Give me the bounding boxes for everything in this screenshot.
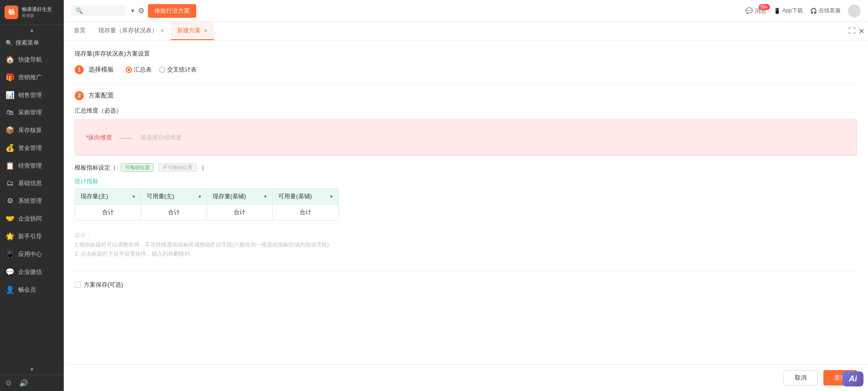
tips-title: 提示：	[75, 232, 857, 239]
sidebar-item-cooperation[interactable]: 🤝 企业协同	[0, 210, 64, 227]
col1-header: 现存量(主)	[81, 192, 108, 201]
sidebar-scroll-down[interactable]: ▼	[0, 365, 64, 375]
sidebar-item-member[interactable]: 👤 畅会员	[0, 281, 64, 298]
radio-dot-summary	[126, 67, 132, 73]
stats-header-cell-2[interactable]: 可用量(主) ▾	[141, 189, 207, 204]
tab-label: 新建方案	[177, 26, 201, 35]
sidebar-item-label: 应用中心	[18, 250, 42, 258]
handshake-icon: 🤝	[5, 214, 15, 223]
sidebar-search[interactable]: 🔍 搜索菜单	[0, 35, 64, 51]
app-download-label: App下载	[782, 7, 803, 15]
gear-nav-icon: ⚙	[5, 196, 15, 205]
col3-header: 现存量(基辅)	[213, 192, 246, 201]
radio-label-summary: 汇总表	[134, 66, 152, 74]
stats-data-cell-4: 合计	[273, 205, 338, 220]
chevron-down-icon-3[interactable]: ▾	[264, 194, 267, 200]
tab-new-plan[interactable]: 新建方案 ✕	[171, 22, 214, 40]
sidebar-item-basic[interactable]: 🗂 基础信息	[0, 175, 64, 192]
sidebar-item-sales[interactable]: 📊 销售管理	[0, 86, 64, 104]
chevron-down-icon-2[interactable]: ▾	[199, 194, 201, 200]
stats-header-cell-3[interactable]: 现存量(基辅) ▾	[207, 189, 273, 204]
sidebar-item-label: 资金管理	[18, 144, 42, 152]
main: 🔍 ▾ ⚙ 体验行业方案 💬 消息 99+ 📱 App下载	[64, 0, 868, 391]
dimension-area[interactable]: *纵向维度 —— 请选择分组维度	[75, 119, 857, 156]
experience-btn[interactable]: 体验行业方案	[148, 4, 196, 18]
page-title: 现存量(库存状况表)方案设置	[75, 50, 857, 58]
radio-cross[interactable]: 交叉统计表	[159, 66, 197, 74]
folder-icon: 🗂	[5, 179, 15, 187]
tab-close-icon[interactable]: ✕	[160, 28, 164, 34]
step2-label: 方案配置	[88, 92, 114, 100]
sidebar-item-marketing[interactable]: 🎁 营销推广	[0, 68, 64, 86]
sidebar-item-finance[interactable]: 💰 资金管理	[0, 139, 64, 157]
stats-header-cell-4[interactable]: 可用量(基辅) ▾	[273, 189, 338, 204]
phone-download-icon: 📱	[774, 8, 781, 14]
tab-label: 首页	[74, 26, 86, 35]
indicator-settings: 模板指标设定（ 可拖动位置 不可拖动位置 ） 统计指标 现存量(主)	[75, 163, 857, 221]
stats-data-cell-3: 合计	[207, 205, 273, 220]
close-panel-icon[interactable]: ✕	[858, 27, 864, 36]
content-area: 现存量(库存状况表)方案设置 1 选择模板 汇总表	[64, 41, 868, 364]
stats-header-cell-1[interactable]: 现存量(主) ▾	[75, 189, 141, 204]
sidebar-item-inventory[interactable]: 📦 库存核算	[0, 121, 64, 139]
user-avatar[interactable]	[848, 5, 861, 17]
tab-inventory-status[interactable]: 现存量（库存状况表） ✕	[92, 22, 171, 40]
chevron-down-icon: ▾	[131, 7, 134, 14]
home-icon: 🏠	[5, 55, 15, 64]
indicator-settings-close: ）	[201, 164, 207, 172]
sidebar-item-newbie[interactable]: 🌟 新手引导	[0, 227, 64, 245]
sidebar-bottom: ⚙ 🔊	[0, 375, 64, 391]
chevron-down-icon-4[interactable]: ▾	[330, 194, 333, 200]
save-option: 方案保存(可选)	[75, 281, 857, 289]
dimension-inner: *纵向维度 —— 请选择分组维度	[86, 134, 182, 142]
template-radio-group: 汇总表 交叉统计表	[126, 66, 197, 74]
dimension-arrow: ——	[119, 134, 133, 141]
topbar-dropdown[interactable]: ▾	[129, 7, 134, 14]
sidebar-item-label: 基础信息	[18, 179, 42, 187]
tabs-expand: ⛶ ✕	[845, 27, 864, 36]
tabs-bar: 首页 现存量（库存状况表） ✕ 新建方案 ✕ ⛶ ✕	[64, 22, 868, 41]
message-icon: 💬	[745, 7, 753, 14]
gift-icon: 🎁	[5, 73, 15, 82]
sidebar-scroll-up[interactable]: ▲	[0, 25, 64, 35]
col4-header: 可用量(基辅)	[278, 192, 312, 201]
chevron-down-icon-1[interactable]: ▾	[133, 194, 135, 200]
topbar: 🔍 ▾ ⚙ 体验行业方案 💬 消息 99+ 📱 App下载	[64, 0, 868, 22]
settings-icon[interactable]: ⚙	[5, 379, 12, 387]
sidebar-item-enterprise-wechat[interactable]: 💬 企业微信	[0, 263, 64, 281]
cancel-button[interactable]: 取消	[783, 370, 818, 386]
tip-item-2: 2. 点击标题栏下拉可设置排序、插入列和删除列	[75, 250, 857, 258]
topbar-search-area[interactable]: 🔍	[71, 5, 126, 16]
dimension-config-label: 汇总维度（必选）	[75, 107, 857, 115]
sidebar-item-operation[interactable]: 📋 经营管理	[0, 157, 64, 175]
radio-dot-cross	[159, 67, 165, 73]
indicator-settings-text: 模板指标设定（	[75, 164, 116, 172]
phone-icon: 📱	[5, 250, 15, 258]
ai-badge[interactable]: Ai	[842, 371, 863, 386]
volume-icon[interactable]: 🔊	[19, 379, 28, 387]
sidebar-item-quick-nav[interactable]: 🏠 快捷导航	[0, 51, 64, 68]
tab-home[interactable]: 首页	[67, 22, 92, 40]
money-icon: 💰	[5, 144, 15, 152]
search-icon: 🔍	[76, 7, 83, 14]
save-checkbox[interactable]	[75, 282, 81, 288]
sidebar-item-system[interactable]: ⚙ 系统管理	[0, 192, 64, 210]
sidebar-item-purchase[interactable]: 🛍 采购管理	[0, 104, 64, 121]
radio-summary[interactable]: 汇总表	[126, 66, 152, 74]
online-service[interactable]: 🎧 在线客服	[810, 7, 841, 15]
topbar-gear-icon[interactable]: ⚙	[138, 6, 144, 15]
step1-section: 1 选择模板 汇总表 交叉统计表	[75, 65, 857, 74]
panel: 现存量(库存状况表)方案设置 1 选择模板 汇总表	[64, 41, 868, 364]
sidebar-item-app-center[interactable]: 📱 应用中心	[0, 245, 64, 263]
app-download[interactable]: 📱 App下载	[774, 7, 803, 15]
stats-data-cell-1: 合计	[75, 205, 141, 220]
app-edition: 标准版	[22, 13, 52, 19]
tab-close-icon[interactable]: ✕	[204, 28, 208, 34]
indicator-settings-label: 模板指标设定（ 可拖动位置 不可拖动位置 ）	[75, 163, 857, 172]
star-icon: 🌟	[5, 232, 15, 241]
expand-icon[interactable]: ⛶	[848, 27, 856, 35]
search-label: 搜索菜单	[15, 39, 39, 47]
step2-number: 2	[75, 91, 84, 100]
message-area[interactable]: 💬 消息 99+	[745, 7, 766, 15]
step2-header: 2 方案配置	[75, 91, 857, 100]
